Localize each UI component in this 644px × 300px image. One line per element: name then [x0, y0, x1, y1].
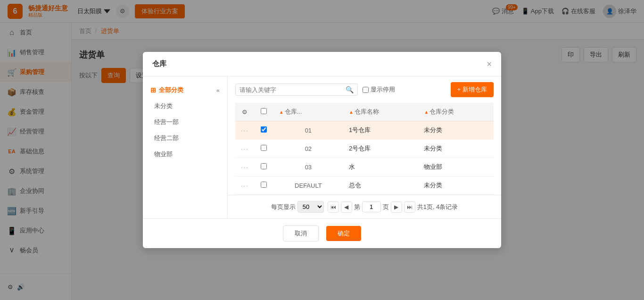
add-warehouse-button[interactable]: + 新增仓库 — [451, 82, 494, 97]
modal-overlay: 仓库 × ⊞ 全部分类 « 未分类 经营一部 经营二部 — [0, 0, 644, 300]
table-panel: 🔍 显示停用 + 新增仓库 ⚙ — [228, 76, 501, 218]
row-dots-icon[interactable]: ··· — [241, 164, 249, 171]
row-category: 未分类 — [418, 121, 494, 140]
row-checkbox[interactable] — [261, 126, 267, 133]
all-categories-label: 全部分类 — [159, 86, 183, 94]
next-page-button[interactable]: ▶ — [391, 201, 402, 213]
warehouse-table-wrapper: ⚙ ▲仓库... ▲仓库名称 ▲仓库分类 ··· 01 1号仓库 未分类 ·· — [228, 103, 501, 195]
search-input[interactable] — [239, 86, 343, 93]
row-name: 2号仓库 — [343, 140, 419, 158]
row-action-cell[interactable]: ··· — [235, 140, 255, 158]
page-number-input[interactable] — [362, 201, 381, 212]
table-row[interactable]: ··· 02 2号仓库 未分类 — [235, 140, 494, 158]
last-page-button[interactable]: ⏭ — [404, 201, 415, 213]
table-header-row: ⚙ ▲仓库... ▲仓库名称 ▲仓库分类 — [235, 103, 494, 121]
page-size-select: 每页显示 50 20 100 — [271, 201, 324, 213]
modal-footer: 取消 确定 — [143, 218, 501, 248]
th-category: ▲仓库分类 — [418, 103, 494, 121]
row-category: 未分类 — [418, 140, 494, 158]
row-num: 02 — [273, 140, 343, 158]
th-check[interactable] — [255, 103, 273, 121]
row-checkbox[interactable] — [261, 163, 267, 169]
category-item-property[interactable]: 物业部 — [143, 146, 227, 162]
total-label: 共1页, 4条记录 — [417, 203, 458, 211]
cancel-button[interactable]: 取消 — [283, 225, 319, 242]
select-all-checkbox[interactable] — [261, 108, 267, 114]
sort-category-icon: ▲ — [424, 109, 429, 115]
table-row[interactable]: ··· 01 1号仓库 未分类 — [235, 121, 494, 140]
row-category: 未分类 — [418, 176, 494, 195]
table-row[interactable]: ··· DEFAULT 总仓 未分类 — [235, 176, 494, 195]
category-item-ops2[interactable]: 经营二部 — [143, 130, 227, 146]
row-checkbox[interactable] — [261, 182, 267, 188]
show-disabled-label[interactable]: 显示停用 — [363, 85, 395, 94]
warehouse-modal: 仓库 × ⊞ 全部分类 « 未分类 经营一部 经营二部 — [143, 52, 501, 248]
row-checkbox[interactable] — [261, 145, 267, 151]
row-name: 1号仓库 — [343, 121, 419, 140]
show-disabled-checkbox[interactable] — [363, 87, 369, 93]
th-settings[interactable]: ⚙ — [235, 103, 255, 121]
row-name: 水 — [343, 158, 419, 176]
modal-close-button[interactable]: × — [487, 60, 492, 68]
row-num: 03 — [273, 158, 343, 176]
table-toolbar: 🔍 显示停用 + 新增仓库 — [228, 76, 501, 103]
search-box: 🔍 — [235, 83, 358, 96]
modal-header: 仓库 × — [143, 52, 501, 76]
prev-page-button[interactable]: ◀ — [341, 201, 352, 213]
row-name: 总仓 — [343, 176, 419, 195]
sort-name-icon: ▲ — [349, 109, 354, 115]
all-categories-item[interactable]: ⊞ 全部分类 « — [143, 82, 227, 98]
table-row[interactable]: ··· 03 水 物业部 — [235, 158, 494, 176]
search-icon: 🔍 — [346, 86, 354, 93]
category-item-ops1[interactable]: 经营一部 — [143, 114, 227, 130]
row-check-cell[interactable] — [255, 176, 273, 195]
modal-body: ⊞ 全部分类 « 未分类 经营一部 经营二部 物业部 — [143, 76, 501, 218]
row-action-cell[interactable]: ··· — [235, 158, 255, 176]
first-page-button[interactable]: ⏮ — [328, 201, 339, 213]
modal-title: 仓库 — [152, 59, 166, 68]
category-panel: ⊞ 全部分类 « 未分类 经营一部 经营二部 物业部 — [143, 76, 228, 218]
row-dots-icon[interactable]: ··· — [241, 127, 249, 134]
row-num: 01 — [273, 121, 343, 140]
row-check-cell[interactable] — [255, 140, 273, 158]
page-navigation: ⏮ ◀ 第 页 ▶ ⏭ 共1页, 4条记录 — [328, 201, 458, 213]
warehouse-table-body: ··· 01 1号仓库 未分类 ··· 02 2号仓库 未分类 ··· 03 水… — [235, 121, 494, 195]
page-label-pre: 第 — [354, 203, 360, 211]
row-check-cell[interactable] — [255, 158, 273, 176]
per-page-dropdown[interactable]: 50 20 100 — [297, 201, 324, 213]
th-name: ▲仓库名称 — [343, 103, 419, 121]
page-label: 页 — [383, 203, 389, 211]
row-dots-icon[interactable]: ··· — [241, 182, 249, 189]
row-action-cell[interactable]: ··· — [235, 176, 255, 195]
row-category: 物业部 — [418, 158, 494, 176]
row-check-cell[interactable] — [255, 121, 273, 140]
row-dots-icon[interactable]: ··· — [241, 145, 249, 152]
th-code: ▲仓库... — [273, 103, 343, 121]
confirm-button[interactable]: 确定 — [326, 226, 361, 241]
row-num: DEFAULT — [273, 176, 343, 195]
grid-icon: ⊞ — [150, 86, 156, 94]
pagination: 每页显示 50 20 100 ⏮ ◀ 第 页 ▶ — [228, 195, 501, 218]
row-action-cell[interactable]: ··· — [235, 121, 255, 140]
warehouse-table: ⚙ ▲仓库... ▲仓库名称 ▲仓库分类 ··· 01 1号仓库 未分类 ·· — [235, 103, 494, 195]
collapse-icon[interactable]: « — [216, 87, 220, 94]
sort-code-icon: ▲ — [279, 109, 284, 115]
category-item-uncategorized[interactable]: 未分类 — [143, 98, 227, 114]
